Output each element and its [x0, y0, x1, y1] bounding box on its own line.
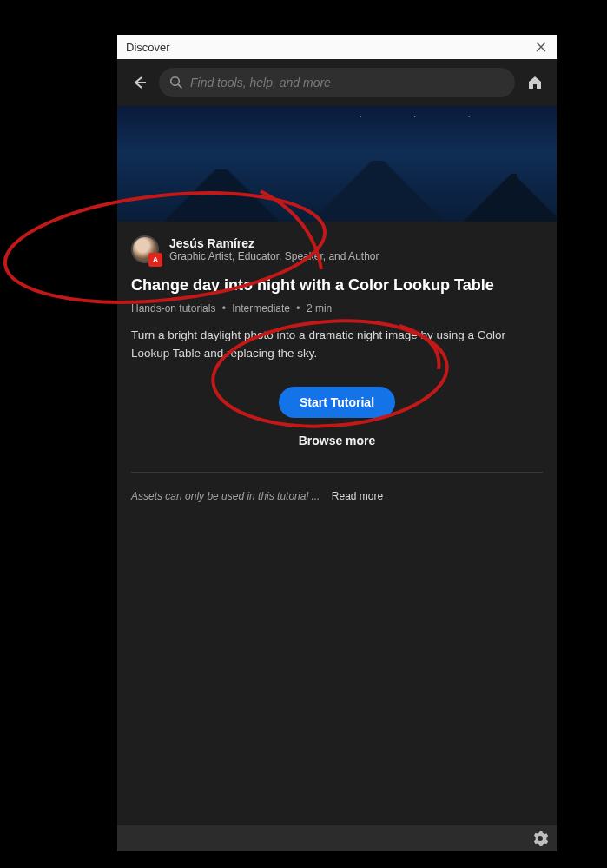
search-field[interactable]	[159, 68, 515, 97]
content-area: A Jesús Ramírez Graphic Artist, Educator…	[117, 222, 557, 825]
author-subtitle: Graphic Artist, Educator, Speaker, and A…	[169, 250, 379, 262]
meta-sep: •	[296, 302, 300, 315]
tutorial-meta: Hands-on tutorials • Intermediate • 2 mi…	[131, 302, 543, 315]
actions: Start Tutorial Browse more	[131, 387, 543, 447]
tutorial-title: Change day into night with a Color Looku…	[131, 275, 543, 295]
meta-category: Hands-on tutorials	[131, 302, 215, 315]
panel-footer	[117, 825, 557, 851]
author-name: Jesús Ramírez	[169, 236, 379, 250]
start-tutorial-button[interactable]: Start Tutorial	[279, 387, 395, 418]
home-icon	[527, 75, 543, 90]
hero-image: • • •	[117, 106, 557, 222]
meta-duration: 2 min	[307, 302, 332, 315]
toolbar	[117, 59, 557, 106]
search-input[interactable]	[190, 76, 505, 89]
adobe-badge-icon: A	[148, 253, 162, 267]
browse-more-button[interactable]: Browse more	[299, 434, 376, 447]
close-button[interactable]	[534, 40, 548, 54]
tutorial-description: Turn a bright daylight photo into a dram…	[131, 327, 543, 362]
meta-level: Intermediate	[232, 302, 290, 315]
search-icon	[169, 76, 183, 89]
assets-note-text: Assets can only be used in this tutorial…	[131, 490, 320, 502]
avatar-wrap: A	[131, 235, 159, 263]
meta-sep: •	[222, 302, 226, 315]
panel-title: Discover	[126, 41, 170, 54]
discover-panel: Discover • • • A Jesús Ramírez Graphic A…	[117, 35, 557, 851]
home-button[interactable]	[524, 71, 546, 94]
author-block: A Jesús Ramírez Graphic Artist, Educator…	[131, 235, 543, 263]
close-icon	[536, 42, 546, 52]
assets-note: Assets can only be used in this tutorial…	[131, 490, 543, 502]
divider	[131, 472, 543, 473]
app-left-sidebar	[0, 0, 65, 868]
settings-button[interactable]	[532, 831, 548, 846]
panel-titlebar: Discover	[117, 35, 557, 59]
read-more-link[interactable]: Read more	[332, 490, 383, 502]
arrow-left-icon	[131, 75, 147, 90]
hero-stars: • • •	[360, 115, 496, 119]
back-button[interactable]	[128, 71, 150, 94]
gear-icon	[532, 831, 548, 846]
